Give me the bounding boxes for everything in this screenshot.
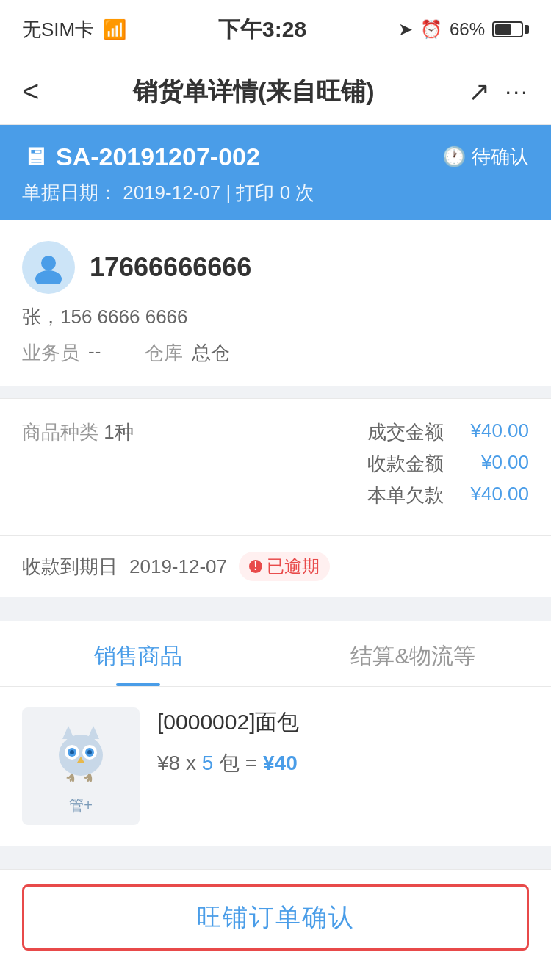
product-type-value: 1种 [104, 421, 133, 443]
deal-amount-row: 成交金额 ¥40.00 [367, 419, 529, 445]
clock-icon: 🕐 [442, 145, 466, 168]
tabs-row: 销售商品 结算&物流等 [0, 621, 551, 687]
salesman-label: 业务员 [22, 340, 79, 366]
amount-summary: 成交金额 ¥40.00 收款金额 ¥0.00 本单欠款 ¥40.00 [367, 419, 529, 514]
product-section: 管+ [0000002]面包 ¥8 x 5 包 = ¥40 [0, 687, 551, 846]
warehouse-label: 仓库 [145, 340, 183, 366]
customer-top: 17666666666 [22, 241, 529, 294]
carrier-text: 无SIM卡 [22, 17, 94, 43]
order-print-text: | 打印 0 次 [226, 181, 314, 203]
order-date-row: 单据日期： 2019-12-07 | 打印 0 次 [22, 180, 529, 206]
warehouse-value: 总仓 [192, 340, 230, 366]
svg-marker-4 [87, 726, 99, 739]
owed-amount-label: 本单欠款 [367, 483, 444, 508]
status-bar: 无SIM卡 📶 下午3:28 ➤ ⏰ 66% [0, 0, 551, 59]
alarm-icon: ⏰ [420, 19, 442, 40]
more-button[interactable]: ··· [505, 78, 529, 105]
nav-actions: ↗ ··· [468, 76, 529, 107]
summary-section: 商品种类 1种 成交金额 ¥40.00 收款金额 ¥0.00 本单欠款 ¥40.… [0, 399, 551, 535]
product-code: [0000002] [157, 710, 255, 734]
overdue-text: 已逾期 [267, 555, 320, 578]
avatar [22, 241, 75, 294]
bottom-bar: 旺铺订单确认 [0, 869, 551, 980]
product-unit: 包 [219, 752, 240, 774]
svg-point-9 [70, 750, 74, 754]
product-name-text: 面包 [255, 710, 299, 734]
product-qty: 5 [202, 752, 214, 774]
product-type: 商品种类 1种 [22, 419, 134, 445]
received-amount-label: 收款金额 [367, 451, 444, 477]
product-price-row: ¥8 x 5 包 = ¥40 [157, 749, 529, 777]
deal-amount-label: 成交金额 [367, 419, 444, 445]
deal-amount-value: ¥40.00 [455, 419, 529, 445]
confirm-order-button[interactable]: 旺铺订单确认 [22, 884, 529, 951]
owed-amount-row: 本单欠款 ¥40.00 [367, 483, 529, 508]
customer-section: 17666666666 张，156 6666 6666 业务员 -- 仓库 总仓 [0, 220, 551, 386]
svg-point-1 [35, 270, 62, 284]
tabs-section: 销售商品 结算&物流等 [0, 621, 551, 846]
order-header: 🖥 SA-20191207-002 🕐 待确认 单据日期： 2019-12-07… [0, 125, 551, 220]
due-date-value: 2019-12-07 [129, 555, 227, 578]
svg-point-10 [87, 750, 92, 754]
customer-phone: 17666666666 [90, 252, 251, 283]
product-item: 管+ [0000002]面包 ¥8 x 5 包 = ¥40 [22, 707, 529, 825]
order-status-text: 待确认 [472, 144, 529, 170]
order-id-text: SA-20191207-002 [56, 143, 260, 171]
product-logo: 管+ [48, 718, 114, 815]
customer-meta: 业务员 -- 仓库 总仓 [22, 340, 529, 366]
received-amount-value: ¥0.00 [455, 451, 529, 477]
order-date-value: 2019-12-07 [123, 181, 220, 203]
customer-name: 张，156 6666 6666 [22, 304, 529, 330]
status-bar-left: 无SIM卡 📶 [22, 17, 126, 43]
product-total: ¥40 [263, 752, 298, 774]
svg-marker-3 [62, 726, 74, 739]
warehouse-field: 仓库 总仓 [145, 340, 230, 366]
section-divider [0, 597, 551, 609]
received-amount-row: 收款金额 ¥0.00 [367, 451, 529, 477]
tab-settlement[interactable]: 结算&物流等 [276, 621, 551, 686]
battery-icon [492, 21, 529, 37]
wifi-icon: 📶 [103, 18, 126, 41]
order-date-label: 单据日期： [22, 181, 118, 203]
product-name: [0000002]面包 [157, 707, 529, 738]
status-bar-right: ➤ ⏰ 66% [398, 19, 529, 40]
salesman-field: 业务员 -- [22, 340, 101, 366]
share-button[interactable]: ↗ [468, 76, 490, 107]
product-price: ¥8 [157, 752, 180, 774]
product-type-label: 商品种类 [22, 421, 98, 443]
due-date-section: 收款到期日 2019-12-07 ! 已逾期 [0, 536, 551, 597]
location-icon: ➤ [398, 19, 413, 40]
overdue-icon: ! [249, 560, 262, 573]
tab-sales-products[interactable]: 销售商品 [0, 621, 276, 686]
owed-amount-value: ¥40.00 [455, 483, 529, 508]
svg-point-0 [41, 256, 56, 270]
battery-text: 66% [450, 19, 485, 40]
product-thumbnail: 管+ [22, 707, 140, 825]
order-id: 🖥 SA-20191207-002 [22, 143, 260, 171]
equals-sign: = [245, 752, 257, 774]
nav-bar: < 销货单详情(来自旺铺) ↗ ··· [0, 59, 551, 125]
product-info: [0000002]面包 ¥8 x 5 包 = ¥40 [157, 707, 529, 777]
page-title: 销货单详情(来自旺铺) [133, 75, 375, 109]
overdue-badge: ! 已逾期 [239, 552, 330, 581]
back-button[interactable]: < [22, 75, 39, 108]
due-date-label: 收款到期日 [22, 554, 118, 580]
order-icon: 🖥 [22, 143, 47, 171]
multiply-sign: x [186, 752, 196, 774]
salesman-value: -- [88, 340, 101, 366]
order-status: 🕐 待确认 [442, 144, 529, 170]
order-header-top: 🖥 SA-20191207-002 🕐 待确认 [22, 143, 529, 171]
status-bar-time: 下午3:28 [218, 15, 306, 45]
